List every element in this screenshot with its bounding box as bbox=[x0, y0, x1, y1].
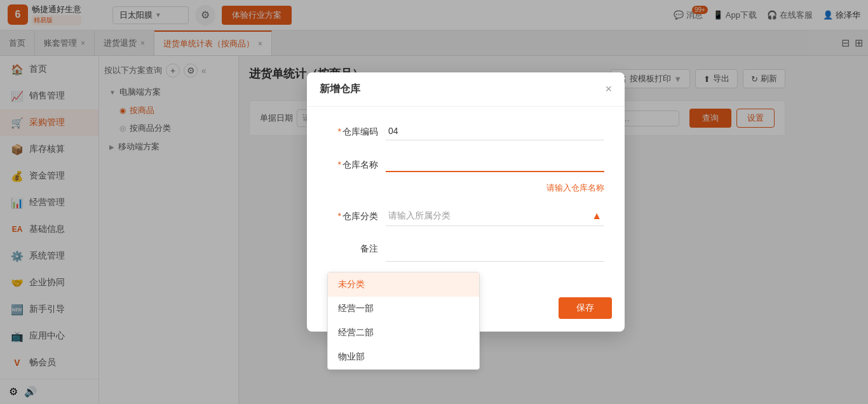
name-input[interactable] bbox=[386, 153, 604, 172]
code-label: *仓库编码 bbox=[327, 122, 378, 138]
category-dropdown-list: 未分类 经营一部 经营二部 物业部 bbox=[327, 272, 480, 370]
note-row: 备注 bbox=[327, 239, 604, 262]
dropdown-option-1[interactable]: 经营一部 bbox=[328, 297, 479, 321]
category-placeholder: 请输入所属分类 bbox=[388, 210, 451, 222]
name-row: *仓库名称 请输入仓库名称 bbox=[327, 153, 604, 194]
name-error-msg: 请输入仓库名称 bbox=[487, 182, 604, 194]
dialog-title: 新增仓库 bbox=[320, 83, 360, 96]
dialog-close-button[interactable]: × bbox=[605, 83, 612, 96]
dropdown-option-2[interactable]: 经营二部 bbox=[328, 321, 479, 345]
dialog-header: 新增仓库 × bbox=[307, 72, 625, 107]
required-star: * bbox=[338, 126, 341, 137]
save-button[interactable]: 保存 bbox=[559, 297, 612, 319]
name-label: *仓库名称 bbox=[327, 155, 378, 171]
new-warehouse-dialog: 新增仓库 × *仓库编码 *仓库名称 请输入仓库名称 bbox=[307, 72, 625, 332]
category-label: *仓库分类 bbox=[327, 206, 378, 222]
code-input[interactable] bbox=[386, 122, 604, 140]
category-chevron-up-icon: ▲ bbox=[592, 210, 602, 222]
name-required-star: * bbox=[338, 159, 341, 170]
dropdown-option-0[interactable]: 未分类 bbox=[328, 273, 479, 297]
note-label: 备注 bbox=[327, 239, 378, 255]
category-dropdown-trigger[interactable]: 请输入所属分类 ▲ bbox=[386, 206, 604, 226]
dialog-body: *仓库编码 *仓库名称 请输入仓库名称 *仓库分类 bbox=[307, 107, 625, 290]
category-row: *仓库分类 请输入所属分类 ▲ bbox=[327, 206, 604, 226]
dropdown-option-3[interactable]: 物业部 bbox=[328, 345, 479, 369]
note-input[interactable] bbox=[386, 239, 604, 262]
code-row: *仓库编码 bbox=[327, 122, 604, 140]
cat-required-star: * bbox=[338, 211, 341, 221]
